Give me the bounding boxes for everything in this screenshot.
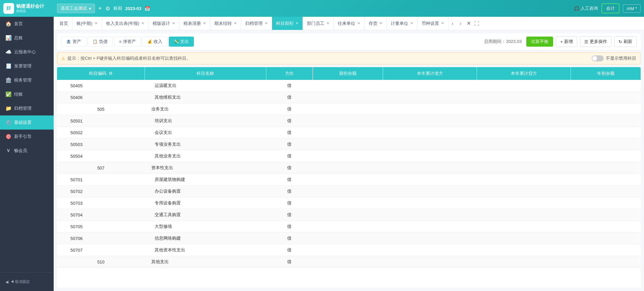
col-code: 科目编码 ⚙ <box>57 67 145 80</box>
sidebar-bottom: ◀ ◀ 取消固定 <box>0 272 54 291</box>
tab-period-end[interactable]: 期末结转 ✕ <box>210 17 241 30</box>
table-row[interactable]: 50706信息网络购建借 <box>57 233 641 244</box>
sidebar-item-tax[interactable]: 🏛️ 税务管理 <box>0 73 54 87</box>
table-row[interactable]: 50705大型修缮借 <box>57 221 641 233</box>
dropdown-icon: ▾ <box>89 6 91 11</box>
tab-period-close[interactable]: ✕ <box>95 21 98 26</box>
table-row[interactable]: 50707其他资本性支出借 <box>57 244 641 256</box>
sidebar-item-member[interactable]: V 畅会员 <box>0 144 54 158</box>
cell-ytd-debit <box>383 256 477 268</box>
cell-beginning <box>571 256 641 268</box>
sub-tab-equity[interactable]: ≡ 净资产 <box>114 37 141 47</box>
table-row[interactable]: 50502会议支出借 <box>57 127 641 139</box>
tab-subject-init[interactable]: 科目期初 ✕ <box>272 17 303 30</box>
toggle-switch[interactable] <box>592 55 604 61</box>
period-label: 账期 <box>113 5 122 11</box>
cell-ytd-debit <box>383 197 477 209</box>
sidebar-item-ledger[interactable]: 📊 总账 <box>0 31 54 45</box>
tab-period-end-close[interactable]: ✕ <box>234 21 237 26</box>
tab-unit[interactable]: 计量单位 ✕ <box>387 17 418 30</box>
tab-subject-close[interactable]: ✕ <box>296 21 299 26</box>
account-button[interactable]: 会计 <box>601 3 620 13</box>
tab-partner-close[interactable]: ✕ <box>357 21 360 26</box>
tab-period[interactable]: 账(中期) ✕ <box>72 17 102 30</box>
sidebar-item-reports[interactable]: ☁️ 云报表中心 <box>0 45 54 59</box>
cell-direction: 借 <box>266 115 313 127</box>
tab-filing-close[interactable]: ✕ <box>265 21 268 26</box>
tab-annual-close[interactable]: ✕ <box>141 21 144 26</box>
company-selector[interactable]: 基层工会测试 ▾ <box>57 4 95 13</box>
tab-filing[interactable]: 归档管理 ✕ <box>241 17 272 30</box>
tab-tax-close[interactable]: ✕ <box>203 21 206 26</box>
refresh-button[interactable]: ↻ 刷新 <box>614 36 637 47</box>
sidebar-item-settings[interactable]: ⚙️ 基础设置 <box>0 115 54 130</box>
tab-tax[interactable]: 税表清册 ✕ <box>179 17 210 30</box>
cell-ytd-debit <box>383 221 477 233</box>
tab-inventory[interactable]: 存货 ✕ <box>365 17 387 30</box>
more-button[interactable]: ☰ 更多操作 <box>580 36 611 47</box>
table-row[interactable]: 50704交通工具购置借 <box>57 209 641 221</box>
cell-beginning <box>571 92 641 103</box>
table-row[interactable]: 510其他支出借 <box>57 256 641 268</box>
table-row[interactable]: 505业务支出借 <box>57 103 641 115</box>
tab-next-btn[interactable]: › <box>457 17 465 30</box>
sidebar-item-close[interactable]: ✅ 结账 <box>0 87 54 101</box>
balance-button[interactable]: 试算平衡 <box>526 37 553 47</box>
sidebar-collapse-btn[interactable]: ◀ ◀ 取消固定 <box>0 276 54 288</box>
tab-template[interactable]: 模版设计 ✕ <box>149 17 179 30</box>
sidebar-label-reports: 云报表中心 <box>14 49 36 55</box>
table-row[interactable]: 50501培训支出借 <box>57 115 641 127</box>
col-name: 科目名称 <box>145 67 266 80</box>
sidebar-item-archive[interactable]: 📁 归档管理 <box>0 101 54 115</box>
header-right: 🎧 人工咨询 会计 iAM * <box>574 3 641 13</box>
cell-beginning <box>571 115 641 127</box>
table-row[interactable]: 50702办公设备购置借 <box>57 186 641 197</box>
table-row[interactable]: 507资本性支出借 <box>57 162 641 174</box>
cell-ytd-debit <box>383 162 477 174</box>
tab-close-all-btn[interactable]: ✕ <box>465 17 473 30</box>
cell-code: 50503 <box>57 139 145 150</box>
cell-opening <box>313 221 383 233</box>
add-company-btn[interactable]: + <box>98 5 102 12</box>
cell-opening <box>313 150 383 162</box>
sub-tab-income[interactable]: 💰 收入 <box>142 37 167 47</box>
tab-prev-btn[interactable]: ‹ <box>448 17 457 30</box>
cell-code: 50501 <box>57 115 145 127</box>
table-row[interactable]: 50701房屋建筑物购建借 <box>57 174 641 186</box>
settings-icon[interactable]: ⚙ <box>105 5 110 12</box>
tab-partner[interactable]: 往来单位 ✕ <box>334 17 365 30</box>
sidebar-item-guide[interactable]: 🎯 新手引导 <box>0 130 54 144</box>
tab-currency-close[interactable]: ✕ <box>441 21 444 26</box>
sub-tab-expense[interactable]: 💸 支出 <box>169 37 194 47</box>
tab-home[interactable]: 首页 <box>55 17 72 30</box>
cell-direction: 借 <box>266 244 313 256</box>
tab-template-close[interactable]: ✕ <box>172 21 175 26</box>
page-content: 🏦 资产 📋 负债 ≡ 净资产 💰 收入 💸 支出 <box>54 30 644 291</box>
table-row[interactable]: 50503专项业务支出借 <box>57 139 641 150</box>
tab-dept-close[interactable]: ✕ <box>326 21 329 26</box>
sidebar-item-home[interactable]: 🏠 首页 <box>0 17 54 31</box>
sidebar-item-invoice[interactable]: 🧾 发票管理 <box>0 59 54 73</box>
tab-annual-report[interactable]: 收入支出表(年报) ✕ <box>102 17 149 30</box>
table-row[interactable]: 50504其他业务支出借 <box>57 150 641 162</box>
tab-dept[interactable]: 部门员工 ✕ <box>303 17 334 30</box>
col-settings-icon[interactable]: ⚙ <box>109 71 113 76</box>
calendar-icon[interactable]: 📅 <box>145 6 150 11</box>
tab-inventory-close[interactable]: ✕ <box>379 21 382 26</box>
add-button[interactable]: + 新增 <box>556 36 577 47</box>
tab-expand-btn[interactable]: ⛶ <box>473 17 481 30</box>
cell-opening <box>313 80 383 92</box>
table-row[interactable]: 50406其他维权支出借 <box>57 92 641 103</box>
cell-direction: 借 <box>266 256 313 268</box>
sub-tab-asset[interactable]: 🏦 资产 <box>61 37 86 47</box>
iam-badge[interactable]: iAM * <box>623 4 641 13</box>
table-row[interactable]: 50405运温暖支出借 <box>57 80 641 92</box>
tab-currency[interactable]: 币种设置 ✕ <box>418 17 448 30</box>
sub-tab-liability[interactable]: 📋 负债 <box>88 37 113 47</box>
tab-unit-close[interactable]: ✕ <box>410 21 413 26</box>
sidebar-label-invoice: 发票管理 <box>14 63 32 69</box>
close-account-icon: ✅ <box>5 91 11 97</box>
cell-name: 会议支出 <box>145 127 266 139</box>
table-row[interactable]: 50703专用设备购置借 <box>57 197 641 209</box>
customer-service-btn[interactable]: 🎧 人工咨询 <box>574 5 598 11</box>
